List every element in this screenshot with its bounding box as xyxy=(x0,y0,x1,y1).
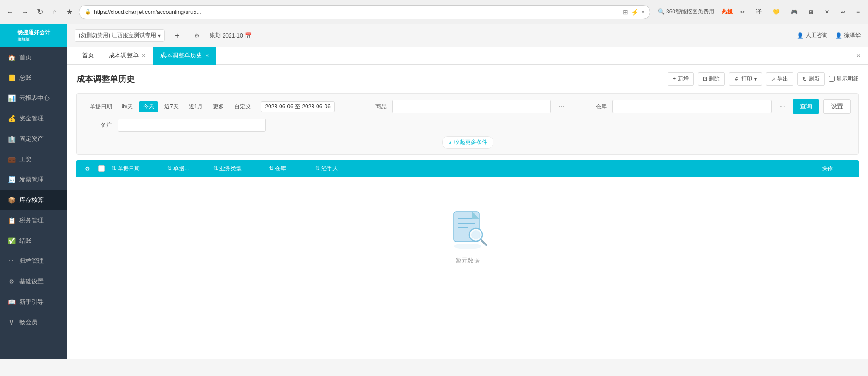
print-btn[interactable]: 🖨 打印 ▾ xyxy=(729,72,762,86)
sidebar-item-salary[interactable]: 💼 工资 xyxy=(0,149,67,169)
date-range-display[interactable]: 2023-06-06 至 2023-06-06 xyxy=(261,101,334,112)
back-button[interactable]: ← xyxy=(5,6,16,18)
th-date-label: ⇅ 单据日期 xyxy=(112,165,140,173)
guide-icon: 📖 xyxy=(7,298,16,306)
header-right: 👤 人工咨询 👤 徐泽华 xyxy=(797,31,861,39)
date-btn-1month[interactable]: 近1月 xyxy=(185,101,207,112)
date-btn-more[interactable]: 更多 xyxy=(209,101,228,112)
tab-cost-adjust-close[interactable]: × xyxy=(142,52,145,59)
th-warehouse[interactable]: ⇅ 仓库 xyxy=(265,165,312,173)
th-biz-type[interactable]: ⇅ 业务类型 xyxy=(210,165,265,173)
bookmark-button[interactable]: ★ xyxy=(64,6,75,18)
service-label: 人工咨询 xyxy=(806,31,828,39)
bolt-icon: ⚡ xyxy=(631,8,639,16)
delete-btn[interactable]: ⊡ 删除 xyxy=(698,72,725,86)
date-btn-today[interactable]: 今天 xyxy=(139,101,158,112)
tab-cost-adjust-history[interactable]: 成本调整单历史 × xyxy=(153,47,216,65)
wallet-btn[interactable]: 💛 xyxy=(769,7,783,17)
sidebar-item-fund[interactable]: 💰 资金管理 xyxy=(0,108,67,129)
refresh-btn[interactable]: ↻ 刷新 xyxy=(797,72,825,86)
table-settings-icon[interactable]: ⚙ xyxy=(80,165,95,172)
goods-filter-input[interactable] xyxy=(392,100,551,113)
th-handler[interactable]: ⇅ 经手人 xyxy=(312,165,367,173)
close-all-tabs-btn[interactable]: × xyxy=(856,52,861,60)
tab-cost-adjust-history-close[interactable]: × xyxy=(205,52,209,59)
browser-grid-icon: ⊞ xyxy=(623,8,628,16)
sidebar-item-settle[interactable]: ✅ 结账 xyxy=(0,231,67,251)
home-button[interactable]: ⌂ xyxy=(49,6,60,18)
user-profile[interactable]: 👤 徐泽华 xyxy=(835,31,861,39)
remark-filter-input[interactable] xyxy=(118,119,266,132)
sidebar-item-home[interactable]: 🏠 首页 xyxy=(0,47,67,68)
user-avatar-icon: 👤 xyxy=(835,32,842,39)
empty-state: 暂元数据 xyxy=(76,177,859,293)
show-header-toggle[interactable]: 显示明细 xyxy=(829,75,859,83)
sidebar-item-report[interactable]: 📊 云报表中心 xyxy=(0,88,67,108)
tab-cost-adjust-history-label: 成本调整单历史 xyxy=(160,51,202,60)
goods-more-icon[interactable]: ··· xyxy=(556,102,566,111)
sidebar-label-report: 云报表中心 xyxy=(19,94,50,102)
date-btn-yesterday[interactable]: 昨天 xyxy=(118,101,137,112)
sidebar-item-settings[interactable]: ⚙ 基础设置 xyxy=(0,271,67,292)
warehouse-filter-input[interactable] xyxy=(612,100,771,113)
date-quick-group: 昨天 今天 近7天 近1月 更多 自定义 xyxy=(118,101,255,112)
game-btn[interactable]: 🎮 xyxy=(787,7,801,17)
sidebar-item-inventory[interactable]: 📦 库存核算 xyxy=(0,190,67,210)
collapse-btn[interactable]: ∧ 收起更多条件 xyxy=(442,136,493,149)
sidebar-item-fixed[interactable]: 🏢 固定资产 xyxy=(0,129,67,149)
filter-row-date: 单据日期 昨天 今天 近7天 近1月 更多 自定义 2023-06-06 至 2… xyxy=(84,99,851,114)
date-btn-7days[interactable]: 近7天 xyxy=(160,101,183,112)
th-voucher[interactable]: ⇅ 单据... xyxy=(163,165,210,173)
sidebar-label-fund: 资金管理 xyxy=(19,114,44,123)
sidebar-item-tax[interactable]: 📋 税务管理 xyxy=(0,210,67,231)
dropdown-icon[interactable]: ▾ xyxy=(642,9,644,15)
refresh-button[interactable]: ↻ xyxy=(34,6,45,18)
translate-btn[interactable]: 译 xyxy=(752,6,765,17)
tab-home[interactable]: 首页 xyxy=(75,47,101,65)
sidebar-item-archive[interactable]: 🗃 归档管理 xyxy=(0,251,67,271)
th-date[interactable]: ⇅ 单据日期 xyxy=(108,165,163,173)
salary-icon: 💼 xyxy=(7,156,16,163)
select-all-checkbox[interactable] xyxy=(98,165,105,172)
export-btn[interactable]: ↗ 导出 xyxy=(766,72,793,86)
sidebar-item-invoice[interactable]: 🧾 发票管理 xyxy=(0,169,67,190)
show-header-checkbox[interactable] xyxy=(829,76,835,82)
new-btn[interactable]: + 新增 xyxy=(668,72,693,86)
sidebar-label-home: 首页 xyxy=(19,53,31,62)
settle-icon: ✅ xyxy=(7,237,16,244)
company-selector[interactable]: (勿删勿禁用) 江西服宝测试专用 ▾ xyxy=(75,29,165,42)
customer-service[interactable]: 👤 人工咨询 xyxy=(797,31,828,39)
menu-btn[interactable]: ≡ xyxy=(853,7,863,17)
sidebar-label-settle: 结账 xyxy=(19,237,31,245)
sidebar-item-member[interactable]: V 畅会员 xyxy=(0,312,67,332)
sidebar-item-guide[interactable]: 📖 新手引导 xyxy=(0,292,67,312)
forward-button[interactable]: → xyxy=(19,6,31,18)
sun-btn[interactable]: ☀ xyxy=(821,7,833,17)
empty-icon xyxy=(444,205,491,251)
sidebar-item-ledger[interactable]: 📒 总账 xyxy=(0,68,67,88)
sidebar-label-member: 畅会员 xyxy=(19,318,37,326)
settings-company-btn[interactable]: ⚙ xyxy=(190,30,204,41)
search-tool-btn[interactable]: 🔍 360智能抠图免费用 xyxy=(654,6,718,17)
page-tabs: 首页 成本调整单 × 成本调整单历史 × × xyxy=(67,47,868,65)
calendar-icon: 📅 xyxy=(245,32,252,39)
address-bar[interactable]: 🔒 https://cloud.chanjet.com/accounting/u… xyxy=(79,5,650,19)
svg-line-10 xyxy=(481,240,486,245)
undo-btn[interactable]: ↩ xyxy=(837,7,849,17)
date-btn-custom[interactable]: 自定义 xyxy=(230,101,255,112)
table-select-all[interactable] xyxy=(95,165,108,172)
apps-btn[interactable]: ⊞ xyxy=(805,7,817,17)
settings-icon: ⚙ xyxy=(7,278,16,285)
tab-cost-adjust[interactable]: 成本调整单 × xyxy=(101,47,153,65)
sidebar-label-inventory: 库存核算 xyxy=(19,196,44,204)
collapse-label: 收起更多条件 xyxy=(454,138,487,146)
filter-settings-btn[interactable]: 设置 xyxy=(823,99,851,114)
query-btn[interactable]: 查询 xyxy=(793,99,819,114)
tax-icon: 📋 xyxy=(7,217,16,224)
toolbar-buttons: + 新增 ⊡ 删除 🖨 打印 ▾ ↗ 导出 ↻ 刷新 xyxy=(668,72,859,86)
print-dropdown-icon: ▾ xyxy=(754,76,757,82)
add-company-btn[interactable]: + xyxy=(170,29,184,42)
scissors-btn[interactable]: ✂ xyxy=(737,7,749,17)
invoice-icon: 🧾 xyxy=(7,176,16,183)
warehouse-more-icon[interactable]: ··· xyxy=(777,102,787,111)
